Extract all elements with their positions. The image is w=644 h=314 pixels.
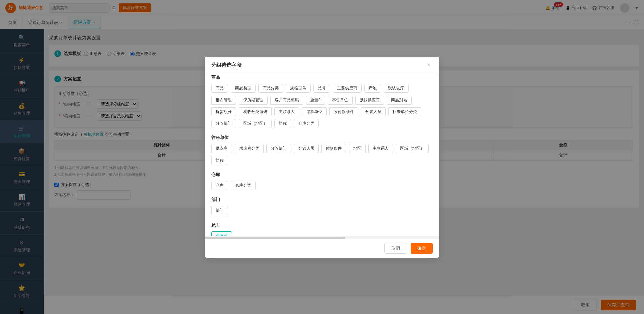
field-tag[interactable]: 区域（地区） [239, 119, 272, 128]
field-tag[interactable]: 供应商 [211, 144, 232, 153]
field-group-goods: 商品 商品 商品类型 商品分类 规格型号 品牌 主要供应商 产地 默认仓库 批次… [211, 74, 433, 128]
field-tag[interactable]: 结算单位 [302, 107, 327, 116]
field-group-warehouse-title: 仓库 [211, 172, 433, 178]
field-group-employee: 员工 业务员 [211, 222, 433, 236]
modal-cancel-btn[interactable]: 取消 [384, 243, 407, 254]
field-tags-employee: 业务员 [211, 231, 433, 236]
field-tag[interactable]: 商品类型 [231, 84, 256, 93]
field-group-department-title: 部门 [211, 197, 433, 203]
field-tag[interactable]: 零售单位 [328, 96, 353, 105]
field-tag[interactable]: 简称 [274, 119, 291, 128]
field-group-employee-title: 员工 [211, 222, 433, 228]
modal-hscroll[interactable] [205, 236, 439, 239]
modal-footer: 取消 确定 [205, 239, 439, 258]
field-tag[interactable]: 商品 [211, 84, 228, 93]
field-tag[interactable]: 主联系人 [274, 107, 299, 116]
field-tag[interactable]: 保质期管理 [239, 96, 268, 105]
field-tag[interactable]: 仓库分类 [231, 181, 256, 190]
field-tag[interactable]: 付款条件 [321, 144, 346, 153]
field-tags-partner: 供应商 供应商分类 分管部门 分管人员 付款条件 地区 主联系人 区域（地区） … [211, 144, 433, 165]
modal: 分组待选字段 × 商品 商品 商品类型 商品分类 规格型号 品牌 主要供应商 产… [205, 57, 439, 258]
field-tag[interactable]: 供应商分类 [235, 144, 264, 153]
field-tag[interactable]: 区域（地区） [396, 144, 429, 153]
field-tag[interactable]: 往来单位分类 [388, 107, 421, 116]
modal-overlay: 分组待选字段 × 商品 商品 商品类型 商品分类 规格型号 品牌 主要供应商 产… [0, 0, 644, 314]
field-tag[interactable]: 商品分类 [258, 84, 283, 93]
field-group-partner: 往来单位 供应商 供应商分类 分管部门 分管人员 付款条件 地区 主联系人 区域… [211, 135, 433, 165]
field-tag[interactable]: 默认仓库 [384, 84, 409, 93]
field-tag[interactable]: 税收分类编码 [239, 107, 272, 116]
field-tags-department: 部门 [211, 206, 433, 215]
field-tag[interactable]: 简称 [211, 156, 228, 165]
field-tag[interactable]: 分管人员 [361, 107, 386, 116]
field-tag[interactable]: 批次管理 [211, 96, 236, 105]
field-group-department: 部门 部门 [211, 197, 433, 215]
field-tag[interactable]: 重量3 [306, 96, 325, 105]
field-tag-employee[interactable]: 业务员 [211, 231, 232, 236]
modal-header: 分组待选字段 × [205, 57, 439, 74]
field-tag[interactable]: 客户商品编码 [270, 96, 303, 105]
modal-close-btn[interactable]: × [425, 61, 433, 69]
modal-hscroll-thumb [205, 237, 345, 239]
modal-scroll-area[interactable]: 商品 商品 商品类型 商品分类 规格型号 品牌 主要供应商 产地 默认仓库 批次… [205, 74, 439, 236]
field-tag[interactable]: 商品别名 [387, 96, 412, 105]
field-tag[interactable]: 仓库分类 [294, 119, 319, 128]
field-tag[interactable]: 品牌 [313, 84, 330, 93]
field-tag[interactable]: 分管部门 [211, 119, 236, 128]
field-tag[interactable]: 规格型号 [286, 84, 311, 93]
field-tag[interactable]: 拣货积分 [211, 107, 236, 116]
field-tag[interactable]: 分管部门 [266, 144, 291, 153]
field-group-partner-title: 往来单位 [211, 135, 433, 141]
field-group-goods-title: 商品 [211, 74, 433, 80]
field-tag[interactable]: 地区 [349, 144, 366, 153]
modal-confirm-btn[interactable]: 确定 [411, 243, 433, 254]
field-tag[interactable]: 主联系人 [368, 144, 393, 153]
field-tag[interactable]: 默认供应商 [355, 96, 384, 105]
field-tags-goods: 商品 商品类型 商品分类 规格型号 品牌 主要供应商 产地 默认仓库 批次管理 … [211, 84, 433, 128]
field-group-warehouse: 仓库 仓库 仓库分类 [211, 172, 433, 190]
field-tag[interactable]: 产地 [364, 84, 381, 93]
field-tag[interactable]: 部门 [211, 206, 228, 215]
field-tag[interactable]: 收付款条件 [329, 107, 358, 116]
field-tag[interactable]: 分管人员 [294, 144, 319, 153]
field-tag[interactable]: 主要供应商 [333, 84, 362, 93]
modal-title: 分组待选字段 [211, 62, 241, 68]
field-tags-warehouse: 仓库 仓库分类 [211, 181, 433, 190]
field-tag[interactable]: 仓库 [211, 181, 228, 190]
